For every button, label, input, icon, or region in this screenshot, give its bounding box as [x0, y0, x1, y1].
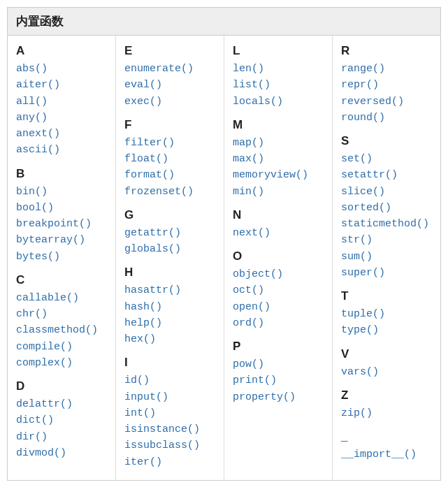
function-link[interactable]: classmethod()	[16, 322, 107, 338]
function-link[interactable]: print()	[233, 372, 324, 389]
function-link[interactable]: pow()	[233, 356, 324, 372]
letter-heading: R	[341, 44, 432, 58]
function-link[interactable]: oct()	[233, 282, 324, 298]
letter-heading: O	[233, 249, 324, 263]
function-link[interactable]: vars()	[341, 364, 432, 380]
letter-heading: T	[341, 289, 432, 303]
function-link[interactable]: float()	[124, 151, 215, 167]
letter-heading: N	[233, 208, 324, 222]
function-link[interactable]: delattr()	[16, 396, 107, 412]
function-link[interactable]: sum()	[341, 249, 432, 265]
column-1: Eenumerate()eval()exec()Ffilter()float()…	[116, 36, 224, 480]
function-link[interactable]: len()	[233, 61, 324, 77]
letter-heading: B	[16, 167, 107, 181]
function-link[interactable]: issubclass()	[124, 437, 215, 453]
function-link[interactable]: filter()	[124, 135, 215, 151]
column-0: Aabs()aiter()all()any()anext()ascii()Bbi…	[8, 36, 116, 480]
function-link[interactable]: compile()	[16, 339, 107, 355]
function-link[interactable]: setattr()	[341, 167, 432, 183]
function-link[interactable]: input()	[124, 389, 215, 405]
letter-heading: M	[233, 118, 324, 132]
function-link[interactable]: callable()	[16, 290, 107, 306]
column-2: Llen()list()locals()Mmap()max()memoryvie…	[224, 36, 333, 480]
function-link[interactable]: divmod()	[16, 445, 107, 461]
letter-heading: L	[233, 44, 324, 58]
function-link[interactable]: hex()	[124, 331, 215, 347]
function-link[interactable]: map()	[233, 135, 324, 151]
function-link[interactable]: locals()	[233, 94, 324, 110]
function-link[interactable]: min()	[233, 184, 324, 200]
function-link[interactable]: frozenset()	[124, 184, 215, 200]
function-link[interactable]: tuple()	[341, 306, 432, 322]
function-link[interactable]: repr()	[341, 77, 432, 93]
letter-heading: I	[124, 356, 215, 370]
function-link[interactable]: help()	[124, 315, 215, 331]
columns-container: Aabs()aiter()all()any()anext()ascii()Bbi…	[8, 36, 440, 480]
function-link[interactable]: breakpoint()	[16, 216, 107, 232]
function-link[interactable]: object()	[233, 266, 324, 282]
function-link[interactable]: ascii()	[16, 142, 107, 158]
function-link[interactable]: format()	[124, 167, 215, 183]
function-link[interactable]: iter()	[124, 454, 215, 470]
function-link[interactable]: zip()	[341, 405, 432, 421]
function-link[interactable]: bool()	[16, 200, 107, 216]
function-link[interactable]: enumerate()	[124, 61, 215, 77]
function-link[interactable]: next()	[233, 225, 324, 241]
letter-heading: F	[124, 118, 215, 132]
letter-heading: P	[233, 340, 324, 354]
letter-heading: _	[341, 430, 432, 444]
letter-heading: G	[124, 208, 215, 222]
function-link[interactable]: hash()	[124, 299, 215, 315]
function-link[interactable]: sorted()	[341, 200, 432, 216]
letter-heading: A	[16, 44, 107, 58]
function-link[interactable]: any()	[16, 110, 107, 126]
column-3: Rrange()repr()reversed()round()Sset()set…	[333, 36, 440, 480]
function-link[interactable]: exec()	[124, 94, 215, 110]
function-link[interactable]: super()	[341, 265, 432, 281]
function-link[interactable]: __import__()	[341, 446, 432, 463]
letter-heading: C	[16, 273, 107, 287]
function-link[interactable]: complex()	[16, 355, 107, 371]
function-link[interactable]: set()	[341, 151, 432, 167]
letter-heading: D	[16, 379, 107, 393]
table-header: 内置函数	[8, 8, 440, 36]
function-link[interactable]: dict()	[16, 412, 107, 428]
function-link[interactable]: property()	[233, 389, 324, 405]
letter-heading: S	[341, 134, 432, 148]
function-link[interactable]: getattr()	[124, 225, 215, 241]
function-link[interactable]: anext()	[16, 126, 107, 142]
function-link[interactable]: globals()	[124, 241, 215, 257]
function-link[interactable]: range()	[341, 61, 432, 77]
function-link[interactable]: slice()	[341, 184, 432, 200]
builtin-functions-table: 内置函数 Aabs()aiter()all()any()anext()ascii…	[7, 7, 441, 481]
header-title: 内置函数	[16, 15, 64, 28]
letter-heading: Z	[341, 389, 432, 402]
function-link[interactable]: list()	[233, 77, 324, 93]
function-link[interactable]: memoryview()	[233, 167, 324, 183]
letter-heading: E	[124, 44, 215, 58]
function-link[interactable]: bytearray()	[16, 232, 107, 248]
function-link[interactable]: aiter()	[16, 77, 107, 93]
function-link[interactable]: hasattr()	[124, 282, 215, 298]
function-link[interactable]: bin()	[16, 184, 107, 200]
letter-heading: V	[341, 347, 432, 361]
function-link[interactable]: id()	[124, 372, 215, 389]
function-link[interactable]: bytes()	[16, 249, 107, 265]
function-link[interactable]: max()	[233, 151, 324, 167]
letter-heading: H	[124, 266, 215, 279]
function-link[interactable]: isinstance()	[124, 421, 215, 437]
function-link[interactable]: int()	[124, 405, 215, 421]
function-link[interactable]: abs()	[16, 61, 107, 77]
function-link[interactable]: open()	[233, 299, 324, 315]
function-link[interactable]: staticmethod()	[341, 216, 432, 232]
function-link[interactable]: str()	[341, 232, 432, 248]
function-link[interactable]: reversed()	[341, 94, 432, 110]
function-link[interactable]: eval()	[124, 77, 215, 93]
function-link[interactable]: type()	[341, 322, 432, 338]
function-link[interactable]: chr()	[16, 306, 107, 322]
function-link[interactable]: dir()	[16, 429, 107, 445]
function-link[interactable]: round()	[341, 110, 432, 126]
function-link[interactable]: ord()	[233, 315, 324, 331]
function-link[interactable]: all()	[16, 94, 107, 110]
